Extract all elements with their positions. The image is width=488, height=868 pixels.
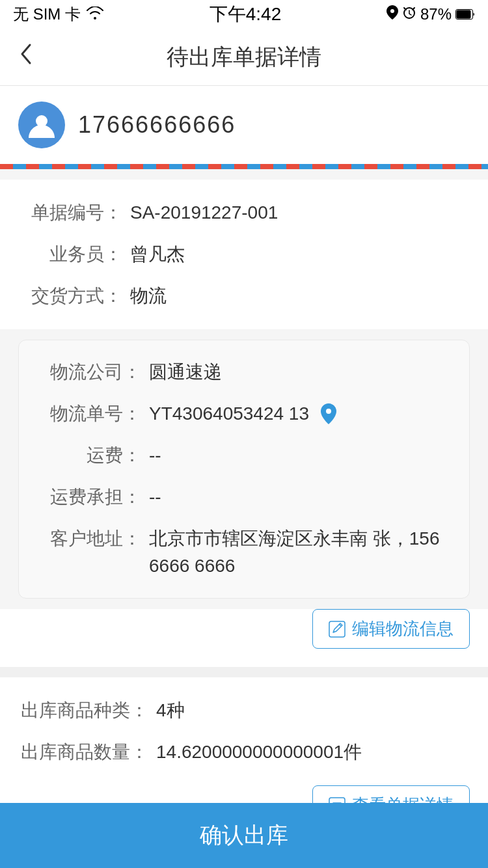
address-row: 客户地址： 北京市市辖区海淀区永丰南 张，156 6666 6666 xyxy=(37,525,451,580)
freight-bearer-value: -- xyxy=(141,483,451,511)
tracking-number: YT43064053424 13 xyxy=(149,400,309,427)
logistics-company-row: 物流公司： 圆通速递 xyxy=(37,359,451,386)
goods-types-label: 出库商品种类： xyxy=(18,697,148,724)
freight-label: 运费： xyxy=(37,442,141,469)
phone-number: 17666666666 xyxy=(78,111,236,139)
goods-types-value: 4种 xyxy=(148,697,470,724)
freight-value: -- xyxy=(141,442,451,469)
edit-logistics-row: 编辑物流信息 xyxy=(0,609,488,667)
svg-point-5 xyxy=(326,409,331,414)
tracking-label: 物流单号： xyxy=(37,400,141,427)
order-info-section: 单据编号： SA-20191227-001 业务员： 曾凡杰 交货方式： 物流 xyxy=(0,180,488,329)
status-left: 无 SIM 卡 xyxy=(13,4,104,25)
svg-rect-3 xyxy=(457,10,471,19)
avatar xyxy=(18,102,65,148)
nav-bar: 待出库单据详情 xyxy=(0,29,488,86)
confirm-btn-label: 确认出库 xyxy=(200,821,288,850)
status-bar: 无 SIM 卡 下午4:42 87% xyxy=(0,0,488,29)
carrier-text: 无 SIM 卡 xyxy=(13,4,81,25)
delivery-value: 物流 xyxy=(122,282,470,310)
goods-quantity-label: 出库商品数量： xyxy=(18,739,148,766)
back-button[interactable] xyxy=(18,42,34,72)
logistics-card: 物流公司： 圆通速递 物流单号： YT43064053424 13 运费： --… xyxy=(18,340,470,599)
order-number-label: 单据编号： xyxy=(18,199,122,226)
confirm-outbound-button[interactable]: 确认出库 xyxy=(0,803,488,868)
address-value: 北京市市辖区海淀区永丰南 张，156 6666 6666 xyxy=(141,525,451,580)
logistics-company-value: 圆通速递 xyxy=(141,359,451,386)
wifi-icon xyxy=(86,5,104,23)
tracking-location-button[interactable] xyxy=(317,402,340,426)
sales-person-row: 业务员： 曾凡杰 xyxy=(18,241,470,268)
order-number-value: SA-20191227-001 xyxy=(122,199,470,226)
status-right: 87% xyxy=(386,5,475,23)
edit-logistics-button[interactable]: 编辑物流信息 xyxy=(312,609,470,649)
freight-bearer-row: 运费承担： -- xyxy=(37,483,451,511)
freight-bearer-label: 运费承担： xyxy=(37,483,141,511)
freight-row: 运费： -- xyxy=(37,442,451,469)
goods-quantity-row: 出库商品数量： 14.6200000000000001件 xyxy=(18,739,470,766)
tracking-value-wrap: YT43064053424 13 xyxy=(141,400,451,427)
svg-rect-6 xyxy=(329,621,345,637)
address-label: 客户地址： xyxy=(37,525,141,552)
edit-logistics-label: 编辑物流信息 xyxy=(352,617,454,640)
goods-section: 出库商品种类： 4种 出库商品数量： 14.6200000000000001件 xyxy=(0,677,488,785)
page-title: 待出库单据详情 xyxy=(167,42,321,72)
goods-types-row: 出库商品种类： 4种 xyxy=(18,697,470,724)
goods-quantity-value: 14.6200000000000001件 xyxy=(148,739,470,766)
phone-header: 17666666666 xyxy=(0,86,488,164)
battery-icon xyxy=(455,5,475,23)
dashed-divider xyxy=(0,164,488,169)
status-time: 下午4:42 xyxy=(210,2,282,27)
battery-text: 87% xyxy=(420,5,452,23)
delivery-label: 交货方式： xyxy=(18,282,122,310)
delivery-row: 交货方式： 物流 xyxy=(18,282,470,310)
tracking-row: 物流单号： YT43064053424 13 xyxy=(37,400,451,427)
sales-person-value: 曾凡杰 xyxy=(122,241,470,268)
sales-person-label: 业务员： xyxy=(18,241,122,268)
alarm-icon xyxy=(402,5,416,23)
section-divider xyxy=(0,667,488,677)
logistics-company-label: 物流公司： xyxy=(37,359,141,386)
location-icon xyxy=(386,5,398,23)
order-number-row: 单据编号： SA-20191227-001 xyxy=(18,199,470,226)
svg-point-0 xyxy=(390,9,394,13)
edit-icon xyxy=(329,621,346,638)
